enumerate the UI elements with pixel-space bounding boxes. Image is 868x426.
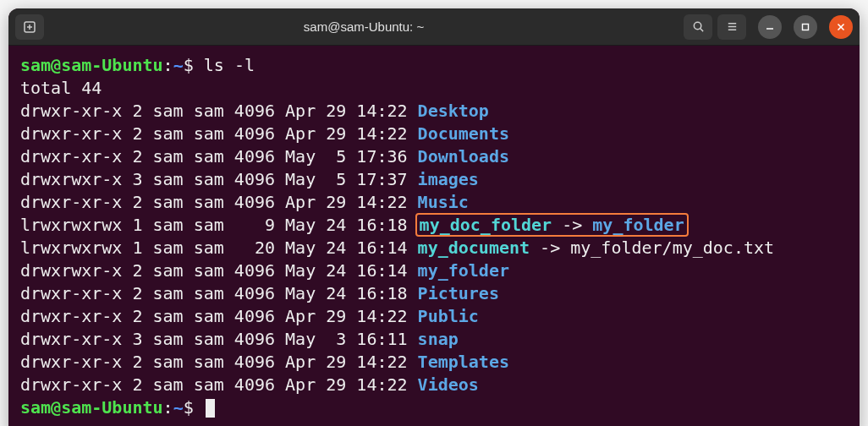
- terminal-window: sam@sam-Ubuntu: ~ sam@sam-Ubuntu:~$ ls -…: [8, 8, 860, 426]
- ls-entry: drwxr-xr-x 2 sam sam 4096 May 24 16:18 P…: [20, 282, 848, 305]
- svg-rect-9: [803, 24, 809, 30]
- prompt-path: ~: [173, 397, 184, 418]
- cursor: [206, 399, 215, 418]
- file-name: Music: [418, 192, 469, 212]
- ls-entry: drwxrwxr-x 2 sam sam 4096 May 24 16:14 m…: [20, 259, 848, 282]
- file-name: my_doc_folder: [420, 215, 552, 235]
- window-title: sam@sam-Ubuntu: ~: [44, 19, 684, 34]
- maximize-icon: [801, 23, 810, 31]
- link-target: my_folder/my_doc.txt: [570, 238, 774, 258]
- total-line: total 44: [20, 77, 848, 100]
- prompt-user-host: sam@sam-Ubuntu: [20, 397, 163, 418]
- prompt-path: ~: [173, 55, 184, 75]
- svg-point-3: [694, 22, 700, 29]
- ls-entry: drwxr-xr-x 2 sam sam 4096 Apr 29 14:22 T…: [20, 351, 848, 374]
- prompt-user-host: sam@sam-Ubuntu: [20, 55, 163, 75]
- close-button[interactable]: [829, 15, 853, 39]
- file-name: images: [418, 169, 479, 189]
- ls-entry: lrwxrwxrwx 1 sam sam 9 May 24 16:18 my_d…: [20, 214, 848, 237]
- file-name: Pictures: [418, 283, 499, 303]
- close-icon: [837, 23, 845, 31]
- ls-entry: drwxr-xr-x 2 sam sam 4096 Apr 29 14:22 M…: [20, 191, 848, 214]
- svg-line-4: [700, 29, 702, 31]
- file-name: Videos: [418, 374, 479, 395]
- ls-entry: drwxr-xr-x 2 sam sam 4096 Apr 29 14:22 V…: [20, 374, 848, 396]
- terminal-body[interactable]: sam@sam-Ubuntu:~$ ls -ltotal 44drwxr-xr-…: [8, 46, 860, 426]
- titlebar: sam@sam-Ubuntu: ~: [8, 8, 860, 46]
- minimize-icon: [766, 23, 774, 31]
- ls-entry: lrwxrwxrwx 1 sam sam 20 May 24 16:14 my_…: [20, 237, 848, 259]
- command-text: ls -l: [204, 55, 255, 75]
- ls-entry: drwxrwxr-x 3 sam sam 4096 May 5 17:37 im…: [20, 168, 848, 191]
- ls-entry: drwxr-xr-x 2 sam sam 4096 Apr 29 14:22 D…: [20, 123, 848, 145]
- search-button[interactable]: [684, 14, 712, 40]
- ls-entry: drwxr-xr-x 2 sam sam 4096 May 5 17:36 Do…: [20, 145, 848, 168]
- ls-entry: drwxr-xr-x 3 sam sam 4096 May 3 16:11 sn…: [20, 328, 848, 351]
- file-name: my_document: [418, 238, 530, 258]
- ls-entry: drwxr-xr-x 2 sam sam 4096 Apr 29 14:22 P…: [20, 305, 848, 328]
- new-tab-icon: [23, 20, 36, 34]
- maximize-button[interactable]: [794, 15, 817, 39]
- highlight-box: my_doc_folder -> my_folder: [415, 213, 689, 237]
- minimize-button[interactable]: [758, 15, 782, 39]
- menu-button[interactable]: [717, 14, 746, 40]
- ls-entry: drwxr-xr-x 2 sam sam 4096 Apr 29 14:22 D…: [20, 100, 848, 123]
- new-tab-button[interactable]: [15, 14, 44, 40]
- file-name: snap: [418, 329, 459, 349]
- file-name: Documents: [418, 123, 509, 144]
- file-name: Downloads: [418, 146, 509, 167]
- file-name: Templates: [418, 352, 509, 372]
- file-name: Desktop: [418, 101, 489, 121]
- hamburger-icon: [726, 20, 739, 33]
- link-target: my_folder: [592, 215, 684, 235]
- search-icon: [692, 20, 705, 33]
- file-name: my_folder: [418, 260, 509, 281]
- file-name: Public: [418, 306, 479, 326]
